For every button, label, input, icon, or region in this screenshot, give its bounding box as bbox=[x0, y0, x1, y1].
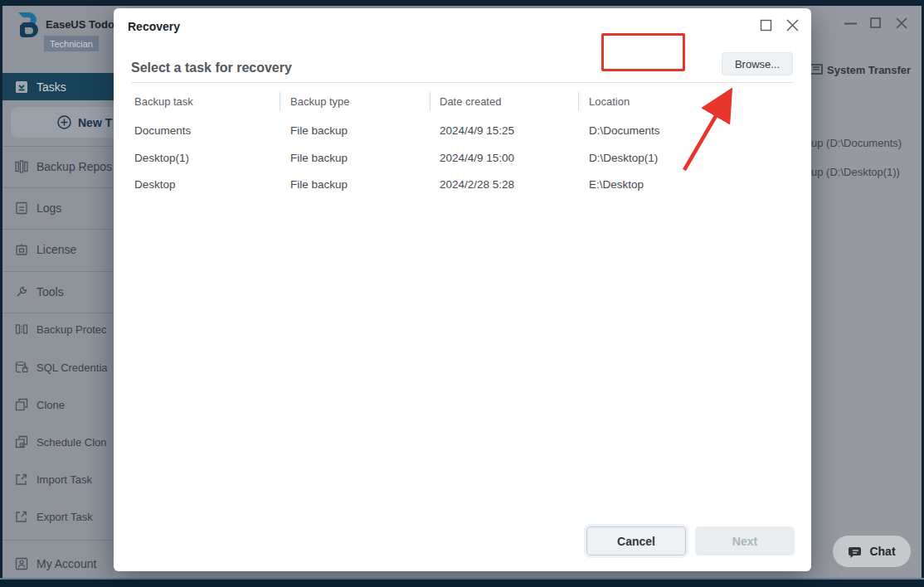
dialog-divider bbox=[131, 82, 794, 83]
table-row[interactable]: Desktop(1) File backup 2024/4/9 15:00 D:… bbox=[114, 148, 794, 168]
window-minimize-button[interactable] bbox=[844, 22, 857, 25]
license-icon bbox=[15, 243, 28, 256]
sidebar-item-label: Import Task bbox=[36, 473, 92, 486]
clone-icon bbox=[15, 398, 28, 411]
sidebar-item-label: My Account bbox=[36, 557, 96, 570]
sidebar-divider bbox=[2, 146, 114, 147]
logs-icon bbox=[15, 201, 28, 215]
window-frame-bottom bbox=[0, 580, 924, 587]
sidebar-item-label: SQL Credentia bbox=[36, 361, 108, 374]
sidebar-item-label: Clone bbox=[36, 399, 65, 411]
my-account-icon bbox=[15, 557, 28, 570]
chat-icon bbox=[848, 544, 863, 560]
sidebar-item-label: Schedule Clon bbox=[36, 436, 107, 449]
cell-date-created: 2024/4/9 15:00 bbox=[440, 148, 514, 168]
sidebar-item-label: Export Task bbox=[36, 511, 93, 523]
table-row[interactable]: Desktop File backup 2024/2/28 5:28 E:\De… bbox=[114, 175, 794, 195]
column-divider bbox=[578, 92, 579, 111]
window-maximize-button[interactable] bbox=[870, 17, 881, 28]
sidebar-item-my-account[interactable]: My Account bbox=[2, 551, 114, 577]
chat-button[interactable]: Chat bbox=[833, 536, 911, 567]
sidebar-item-logs[interactable]: Logs bbox=[2, 195, 114, 221]
column-header-backup-type[interactable]: Backup type bbox=[290, 93, 350, 111]
cell-backup-task: Desktop bbox=[134, 175, 176, 195]
sidebar-item-label: Backup Protec bbox=[36, 323, 107, 336]
column-divider bbox=[430, 92, 430, 111]
new-task-label: New T bbox=[78, 116, 112, 129]
export-task-icon bbox=[15, 510, 28, 523]
cell-location: D:\Desktop(1) bbox=[589, 148, 658, 168]
brand-name: EaseUS Todo bbox=[46, 18, 114, 31]
sidebar: EaseUS Todo Technician Tasks New T Backu… bbox=[2, 6, 114, 578]
system-transfer-label[interactable]: System Transfer bbox=[827, 64, 911, 76]
easeus-logo bbox=[13, 11, 41, 44]
sidebar-item-label: Backup Repos bbox=[36, 160, 112, 173]
sidebar-item-import-task[interactable]: Import Task bbox=[2, 466, 114, 492]
new-task-button[interactable]: New T bbox=[11, 107, 114, 138]
backup-repository-icon bbox=[15, 160, 28, 173]
sidebar-item-export-task[interactable]: Export Task bbox=[2, 503, 114, 530]
backup-location-fragment: up (D:\Documents) bbox=[811, 137, 902, 149]
cell-date-created: 2024/2/28 5:28 bbox=[440, 175, 514, 195]
cell-backup-task: Desktop(1) bbox=[134, 148, 189, 168]
sidebar-item-label: Logs bbox=[36, 201, 61, 215]
next-button[interactable]: Next bbox=[695, 526, 795, 555]
tools-icon bbox=[15, 285, 28, 298]
sql-credentials-icon bbox=[15, 361, 28, 374]
chat-label: Chat bbox=[869, 545, 895, 558]
sidebar-divider bbox=[2, 229, 114, 230]
sidebar-item-label: Tools bbox=[36, 285, 64, 298]
cell-location: E:\Desktop bbox=[589, 175, 644, 195]
dialog-maximize-icon[interactable] bbox=[760, 19, 772, 32]
column-header-backup-task[interactable]: Backup task bbox=[134, 93, 193, 111]
sidebar-divider bbox=[2, 540, 114, 541]
schedule-clone-icon bbox=[15, 435, 28, 449]
dialog-close-icon[interactable] bbox=[785, 18, 800, 32]
edition-badge: Technician bbox=[44, 36, 99, 51]
column-divider bbox=[280, 92, 280, 111]
cell-location: D:\Documents bbox=[589, 121, 660, 141]
browse-button[interactable]: Browse... bbox=[722, 52, 793, 75]
sidebar-item-tasks[interactable]: Tasks bbox=[2, 73, 114, 100]
sidebar-divider bbox=[2, 313, 114, 313]
sidebar-item-sql-credentials[interactable]: SQL Credentia bbox=[2, 354, 114, 381]
sidebar-item-label: Tasks bbox=[36, 80, 66, 94]
cell-date-created: 2024/4/9 15:25 bbox=[440, 121, 514, 141]
sidebar-item-tools[interactable]: Tools bbox=[2, 279, 114, 305]
tasks-icon bbox=[15, 80, 28, 94]
system-transfer-icon bbox=[810, 63, 823, 76]
app-window: System Transfer up (D:\Documents) up (D:… bbox=[0, 0, 924, 587]
column-header-location[interactable]: Location bbox=[589, 93, 630, 111]
plus-circle-icon bbox=[57, 115, 71, 129]
sidebar-divider bbox=[2, 271, 114, 272]
sidebar-item-label: License bbox=[36, 243, 76, 256]
recovery-dialog: Recovery Select a task for recovery Brow… bbox=[114, 8, 811, 571]
window-frame-left bbox=[0, 0, 2, 587]
sidebar-item-clone[interactable]: Clone bbox=[2, 391, 114, 418]
window-close-button[interactable] bbox=[896, 17, 907, 29]
sidebar-item-backup-repository[interactable]: Backup Repos bbox=[2, 153, 114, 180]
backup-location-fragment: up (D:\Desktop(1)) bbox=[811, 166, 900, 178]
backup-protection-icon bbox=[15, 323, 28, 336]
import-task-icon bbox=[15, 473, 28, 486]
window-frame-top bbox=[0, 0, 924, 6]
cell-backup-type: File backup bbox=[290, 175, 348, 195]
cell-backup-type: File backup bbox=[290, 148, 348, 168]
cancel-button[interactable]: Cancel bbox=[586, 526, 686, 555]
sidebar-item-schedule-clone[interactable]: Schedule Clon bbox=[2, 429, 114, 455]
sidebar-item-backup-protection[interactable]: Backup Protec bbox=[2, 316, 114, 342]
cell-backup-task: Documents bbox=[134, 121, 191, 141]
table-row[interactable]: Documents File backup 2024/4/9 15:25 D:\… bbox=[114, 121, 794, 141]
sidebar-item-license[interactable]: License bbox=[2, 236, 114, 263]
cell-backup-type: File backup bbox=[290, 121, 348, 141]
column-header-date-created[interactable]: Date created bbox=[440, 93, 501, 111]
sidebar-divider bbox=[2, 187, 114, 188]
dialog-heading: Select a task for recovery bbox=[131, 61, 292, 75]
dialog-title: Recovery bbox=[128, 20, 180, 33]
